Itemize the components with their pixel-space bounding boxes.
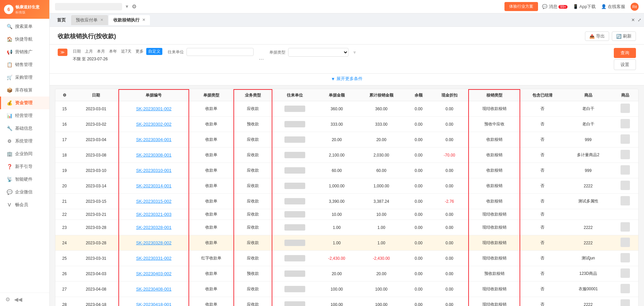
sidebar-item-finance[interactable]: 💰 资金管理	[0, 97, 49, 109]
th-writeoff-amount[interactable]: 累计核销金额	[356, 89, 407, 101]
cell-doc-no: SK-20230308-001	[119, 147, 189, 163]
th-doc-no[interactable]: 单据编号	[119, 89, 189, 101]
sidebar-item-wechat[interactable]: 💬 企业微信	[0, 186, 49, 198]
cell-writeoff-type: 现结收款核销	[469, 209, 520, 220]
tabbar: 首页 预收应付单 ✕ 收款核销执行 ✕ ✕ ⤢	[50, 13, 644, 27]
table-wrapper: ⚙ 日期 单据编号 单据类型 业务类型 往来单位 单据金额 累计核销金额 余额 …	[50, 89, 644, 306]
sidebar-item-inventory[interactable]: 📦 库存核算	[0, 84, 49, 97]
tab-collection[interactable]: 收款核销执行 ✕	[109, 15, 150, 25]
tab-prepay[interactable]: 预收应付单 ✕	[71, 15, 108, 25]
cell-goods2	[612, 209, 638, 220]
filter-this-year[interactable]: 本年	[108, 48, 118, 55]
filter-7days[interactable]: 近7天	[120, 48, 133, 55]
partner-filter-input[interactable]	[186, 48, 254, 56]
cell-cash-discount: 0.00	[431, 251, 469, 266]
cell-cash-discount: 0.00	[431, 163, 469, 178]
sales-icon: 📋	[6, 62, 12, 67]
refresh-button[interactable]: 🔄 刷新	[612, 32, 636, 41]
th-biz-type[interactable]: 业务类型	[234, 89, 272, 101]
table-row: 18 2023-03-08 SK-20230308-001 收款单 应收款 2,…	[55, 147, 638, 163]
cell-writeoff-type: 现结收款核销	[469, 282, 520, 297]
filter-custom[interactable]: 自定义	[146, 48, 162, 55]
filter-toggle-button[interactable]: ≫	[58, 49, 67, 56]
filter-last-month[interactable]: 上月	[84, 48, 94, 55]
cell-date: 2023-03-14	[74, 178, 119, 194]
settings-button[interactable]: 设置	[614, 59, 636, 70]
th-amount[interactable]: 单据金额	[317, 89, 356, 101]
cell-index: 22	[55, 209, 74, 220]
app-download-link[interactable]: 📱 App下载	[573, 4, 596, 10]
cell-partner	[272, 101, 317, 117]
cell-include-settled: 否	[520, 147, 564, 163]
sidebar-item-operation[interactable]: 📊 经营管理	[0, 109, 49, 122]
filter-more[interactable]: 更多	[134, 48, 145, 55]
cell-doc-no: SK-20230310-001	[119, 163, 189, 178]
th-balance[interactable]: 余额	[407, 89, 431, 101]
sidebar-item-member[interactable]: V 畅会员	[0, 198, 49, 211]
cell-balance: 0.00	[407, 101, 431, 117]
sidebar-item-guide[interactable]: ❓ 新手引导	[0, 160, 49, 173]
sidebar-item-company[interactable]: 🏢 企业协同	[0, 147, 49, 160]
doctype-filter-select[interactable]	[288, 48, 348, 57]
th-include-settled[interactable]: 包含已结清	[520, 89, 564, 101]
logo-icon: 6	[4, 5, 13, 14]
online-service-link[interactable]: 👤 在线客服	[601, 4, 625, 10]
th-settings[interactable]: ⚙	[55, 89, 74, 101]
sidebar-item-system[interactable]: ⚙ 系统管理	[0, 135, 49, 147]
cell-biz-type: 应收款	[234, 194, 272, 209]
cell-partner	[272, 235, 317, 251]
cell-balance: 0.00	[407, 147, 431, 163]
cell-goods2	[612, 117, 638, 132]
search-input[interactable]	[55, 3, 122, 10]
cell-biz-type: 预收款	[234, 117, 272, 132]
filter-this-month[interactable]: 本月	[96, 48, 106, 55]
th-partner[interactable]: 往来单位	[272, 89, 317, 101]
message-badge: 99+	[558, 5, 568, 9]
cell-amount: 10.00	[317, 209, 356, 220]
cell-doc-type: 收款单	[189, 178, 234, 194]
gear-icon[interactable]: ⚙	[132, 3, 137, 10]
tab-prepay-close[interactable]: ✕	[100, 18, 103, 22]
cell-writeoff-amount: -2,430.00	[356, 251, 407, 266]
th-goods2[interactable]: 商品	[612, 89, 638, 101]
close-tab-icon[interactable]: ✕	[631, 17, 635, 22]
table-row: 22 2023-03-21 SK-20230321-003 收款单 应收款 10…	[55, 209, 638, 220]
sidebar-item-sales[interactable]: 📋 销售管理	[0, 58, 49, 71]
export-button[interactable]: 📤 导出	[585, 32, 609, 41]
query-button[interactable]: 查询	[614, 48, 636, 58]
cell-goods2	[612, 266, 638, 282]
th-date[interactable]: 日期	[74, 89, 119, 101]
settings-footer-icon[interactable]: ⚙	[5, 296, 10, 303]
marketing-icon: 📢	[6, 49, 12, 55]
cell-goods	[565, 209, 612, 220]
collapse-icon[interactable]: ◀◀	[14, 296, 22, 303]
maximize-icon[interactable]: ⤢	[638, 17, 641, 22]
sidebar-item-shortcut[interactable]: 🏠 快捷导航	[0, 33, 49, 46]
cell-doc-type: 收款单	[189, 194, 234, 209]
sidebar-item-marketing[interactable]: 📢 营销推广	[0, 46, 49, 58]
th-writeoff-type[interactable]: 核销类型	[469, 89, 520, 101]
th-cash-discount[interactable]: 现金折扣	[431, 89, 469, 101]
message-icon[interactable]: 💬 消息 99+	[542, 4, 568, 10]
expand-conditions-button[interactable]: ▼ 展开更多条件	[331, 76, 363, 82]
filter-bar: ≫ 日期 上月 本月 本年 近7天 更多 自定义 不限 至 2023-07-26	[50, 45, 644, 74]
industry-solution-button[interactable]: 体验行业方案	[504, 2, 538, 11]
sidebar-item-hardware[interactable]: 📡 智能硬件	[0, 173, 49, 186]
sidebar-item-search[interactable]: 🔍 搜索菜单	[0, 20, 49, 33]
table-header-row: ⚙ 日期 单据编号 单据类型 业务类型 往来单位 单据金额 累计核销金额 余额 …	[55, 89, 638, 101]
sidebar-item-basic[interactable]: 🔧 基础信息	[0, 122, 49, 135]
tab-home[interactable]: 首页	[52, 15, 70, 25]
topbar: ▼ ⚙ 体验行业方案 💬 消息 99+ 📱 App下载 👤 在线客服 Rit	[50, 0, 644, 13]
tab-collection-close[interactable]: ✕	[142, 18, 145, 22]
th-goods[interactable]: 商品	[565, 89, 612, 101]
main-table: ⚙ 日期 单据编号 单据类型 业务类型 往来单位 单据金额 累计核销金额 余额 …	[55, 89, 638, 306]
sidebar-item-purchase[interactable]: 🛒 采购管理	[0, 71, 49, 84]
cell-goods2	[612, 220, 638, 235]
page-actions: 📤 导出 🔄 刷新	[585, 32, 636, 41]
user-avatar[interactable]: Rit	[631, 3, 639, 11]
cell-biz-type: 预收款	[234, 266, 272, 282]
cell-date: 2023-04-08	[74, 282, 119, 297]
th-doc-type[interactable]: 单据类型	[189, 89, 234, 101]
basic-icon: 🔧	[6, 126, 12, 131]
cell-goods: 老白干	[565, 101, 612, 117]
